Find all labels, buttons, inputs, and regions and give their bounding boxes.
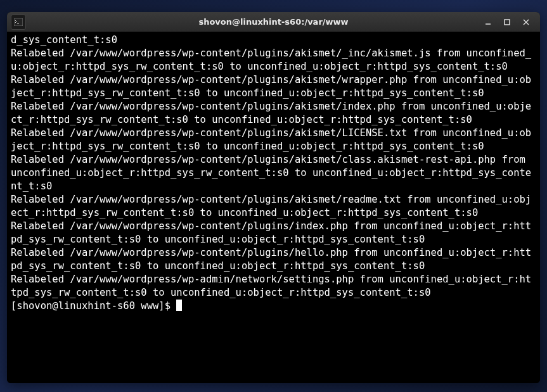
terminal-icon [11, 15, 26, 30]
cursor [176, 300, 182, 311]
window-controls [483, 17, 537, 27]
maximize-button[interactable] [502, 17, 512, 27]
close-button[interactable] [521, 17, 531, 27]
terminal-window: shovon@linuxhint-s60:/var/www d_sys_cont… [7, 12, 540, 383]
svg-rect-0 [14, 18, 23, 26]
titlebar[interactable]: shovon@linuxhint-s60:/var/www [7, 12, 540, 32]
svg-rect-3 [505, 20, 510, 25]
shell-prompt: [shovon@linuxhint-s60 www]$ [11, 300, 176, 312]
terminal-output: d_sys_content_t:s0 Relabeled /var/www/wo… [11, 34, 531, 298]
window-title: shovon@linuxhint-s60:/var/www [7, 17, 540, 27]
minimize-button[interactable] [483, 17, 493, 27]
terminal-body[interactable]: d_sys_content_t:s0 Relabeled /var/www/wo… [7, 32, 540, 383]
